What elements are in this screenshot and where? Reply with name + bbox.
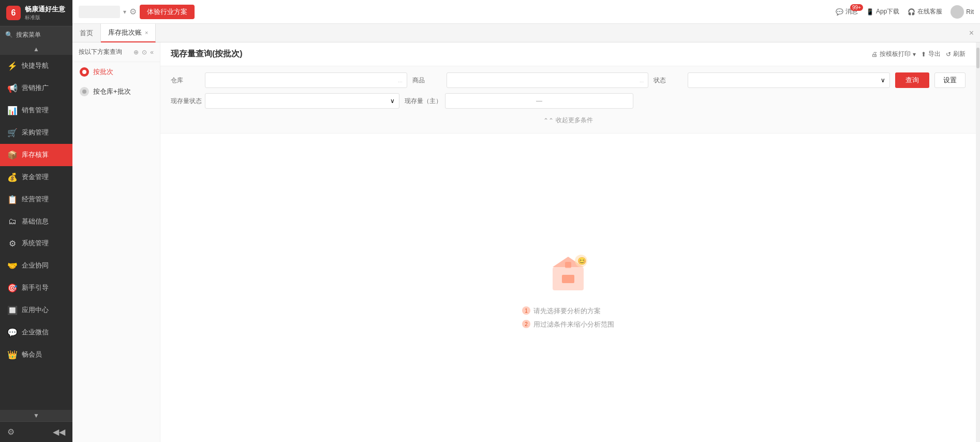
sidebar-item-inventory[interactable]: 📦 库存核算: [0, 144, 72, 166]
tip-1-text: 请先选择要分析的方案: [533, 306, 601, 316]
sidebar-item-enterprise[interactable]: 🤝 企业协同: [0, 255, 72, 277]
sidebar-item-finance[interactable]: 💰 资金管理: [0, 166, 72, 188]
status-select[interactable]: ∨: [688, 72, 890, 88]
quick-nav-icon: ⚡: [7, 61, 18, 71]
scroll-handle: [976, 48, 979, 68]
scheme-settings-icon[interactable]: ⊙: [142, 49, 147, 56]
tabs-bar: 首页 库存批次账 × ×: [72, 24, 980, 42]
collapse-panel-icon[interactable]: «: [150, 49, 154, 56]
sidebar-item-marketing[interactable]: 📢 营销推广: [0, 77, 72, 99]
footer-settings-icon[interactable]: ⚙: [7, 427, 14, 437]
sidebar-search[interactable]: 🔍 搜索菜单: [0, 26, 72, 43]
avatar: [951, 5, 964, 19]
online-service-item[interactable]: 🎧 在线客服: [908, 7, 942, 16]
inventory-icon: 📦: [7, 150, 18, 160]
export-label: 导出: [928, 50, 941, 58]
sidebar-item-operation[interactable]: 📋 经营管理: [0, 188, 72, 211]
left-panel: 按以下方案查询 ⊕ ⊙ « 按批次 按仓库+批次: [72, 42, 160, 442]
tab-home-label: 首页: [80, 28, 93, 38]
inventory-qty-range[interactable]: —: [445, 93, 633, 109]
page-title: 现存量查询(按批次): [171, 49, 243, 60]
filter-row-2: 现存量状态 ∨ 现存量（主） —: [171, 93, 966, 109]
sidebar-item-label: 企业微信: [22, 328, 49, 337]
sidebar-item-sales[interactable]: 📊 销售管理: [0, 99, 72, 122]
sidebar-item-corp-wechat[interactable]: 💬 企业微信: [0, 321, 72, 344]
tabs-close-all-button[interactable]: ×: [963, 28, 980, 38]
user-name: Rit: [966, 8, 974, 16]
sidebar-item-purchase[interactable]: 🛒 采购管理: [0, 122, 72, 144]
inventory-qty-filter: 现存量（主） —: [405, 93, 633, 109]
export-button[interactable]: ⬆ 导出: [921, 50, 941, 58]
app-download-label: App下载: [876, 7, 899, 16]
scheme-item-by-batch[interactable]: 按批次: [72, 62, 160, 82]
warehouse-input[interactable]: ...: [205, 72, 407, 88]
left-panel-header: 按以下方案查询 ⊕ ⊙ «: [72, 42, 160, 62]
left-panel-actions: ⊕ ⊙ «: [133, 49, 154, 56]
print-button[interactable]: 🖨 按模板打印 ▾: [871, 50, 916, 58]
topbar-gear-icon[interactable]: ⚙: [129, 7, 137, 17]
sidebar-item-vip[interactable]: 👑 畅会员: [0, 344, 72, 366]
scheme-by-batch-label: 按批次: [93, 67, 113, 77]
sales-icon: 📊: [7, 106, 18, 115]
sidebar-item-label: 快捷导航: [22, 61, 49, 70]
warehouse-dots: ...: [398, 78, 402, 83]
footer-collapse-icon[interactable]: ◀◀: [53, 427, 65, 437]
tip-1-number: 1: [522, 306, 530, 315]
sidebar-item-label: 资金管理: [22, 172, 49, 182]
sidebar-item-quick-nav[interactable]: ⚡ 快捷导航: [0, 55, 72, 77]
refresh-icon: ↺: [946, 51, 951, 58]
print-label: 按模板打印: [880, 50, 911, 58]
sidebar: 6 畅康通好生意 标准版 🔍 搜索菜单 ▲ ⚡ 快捷导航 📢 营销推广 📊 销售…: [0, 0, 72, 442]
status-caret-icon: ∨: [881, 77, 885, 84]
product-input[interactable]: ...: [447, 72, 649, 88]
add-scheme-icon[interactable]: ⊕: [133, 49, 139, 56]
tab-inventory-batch[interactable]: 库存批次账 ×: [101, 24, 156, 42]
scroll-down-button[interactable]: ▼: [0, 410, 72, 421]
sidebar-item-label: 经营管理: [22, 195, 49, 204]
guide-icon: 🎯: [7, 283, 18, 293]
messages-item[interactable]: 💬 消息 99+: [836, 7, 858, 16]
product-filter: 商品 ...: [412, 72, 649, 88]
sidebar-item-label: 应用中心: [22, 305, 49, 315]
operation-icon: 📋: [7, 195, 18, 204]
sidebar-item-label: 采购管理: [22, 128, 49, 137]
query-button[interactable]: 查询: [895, 72, 929, 88]
marketing-icon: 📢: [7, 83, 18, 93]
collapse-up-icon: ⌃⌃: [543, 117, 554, 124]
sidebar-nav: ⚡ 快捷导航 📢 营销推广 📊 销售管理 🛒 采购管理 📦 库存核算 💰 资金管…: [0, 55, 72, 410]
app-download-item[interactable]: 📱 App下载: [866, 7, 899, 16]
breadcrumb: [79, 6, 120, 18]
sidebar-item-app-center[interactable]: 🔲 应用中心: [0, 299, 72, 321]
inventory-status-caret-icon: ∨: [390, 97, 395, 105]
online-service-label: 在线客服: [917, 7, 942, 16]
message-icon: 💬: [836, 8, 843, 16]
tip-2-text: 用过滤条件来缩小分析范围: [533, 320, 614, 329]
trial-button[interactable]: 体验行业方案: [140, 5, 195, 19]
scroll-up-button[interactable]: ▲: [0, 43, 72, 55]
svg-text:😊: 😊: [577, 257, 587, 266]
collapse-more-button[interactable]: ⌃⌃ 收起更多条件: [171, 114, 966, 127]
sidebar-item-basic[interactable]: 🗂 基础信息: [0, 211, 72, 232]
refresh-label: 刷新: [953, 50, 966, 58]
right-scrollbar[interactable]: [976, 42, 980, 442]
filter-area: 仓库 ... 商品 ... 状态: [160, 66, 976, 134]
settings-button[interactable]: 设置: [934, 72, 966, 88]
sidebar-item-guide[interactable]: 🎯 新手引导: [0, 277, 72, 299]
breadcrumb-dropdown-icon[interactable]: ▾: [123, 8, 126, 16]
empty-tips: 1 请先选择要分析的方案 2 用过滤条件来缩小分析范围: [522, 306, 614, 329]
app-version: 标准版: [25, 14, 65, 21]
sidebar-item-system[interactable]: ⚙ 系统管理: [0, 232, 72, 255]
tab-close-icon[interactable]: ×: [145, 30, 148, 36]
system-icon: ⚙: [7, 239, 18, 248]
scheme-item-by-warehouse-batch[interactable]: 按仓库+批次: [72, 82, 160, 101]
inventory-status-select[interactable]: ∨: [205, 93, 399, 109]
sidebar-item-label: 库存核算: [22, 150, 49, 159]
inventory-qty-separator: —: [536, 97, 542, 105]
tab-home[interactable]: 首页: [72, 24, 101, 42]
user-item[interactable]: Rit: [951, 5, 974, 19]
right-content: 现存量查询(按批次) 🖨 按模板打印 ▾ ⬆ 导出 ↺ 刷新: [160, 42, 976, 442]
vip-icon: 👑: [7, 350, 18, 360]
print-dropdown-icon[interactable]: ▾: [913, 51, 916, 58]
refresh-button[interactable]: ↺ 刷新: [946, 50, 966, 58]
online-service-icon: 🎧: [908, 8, 915, 16]
